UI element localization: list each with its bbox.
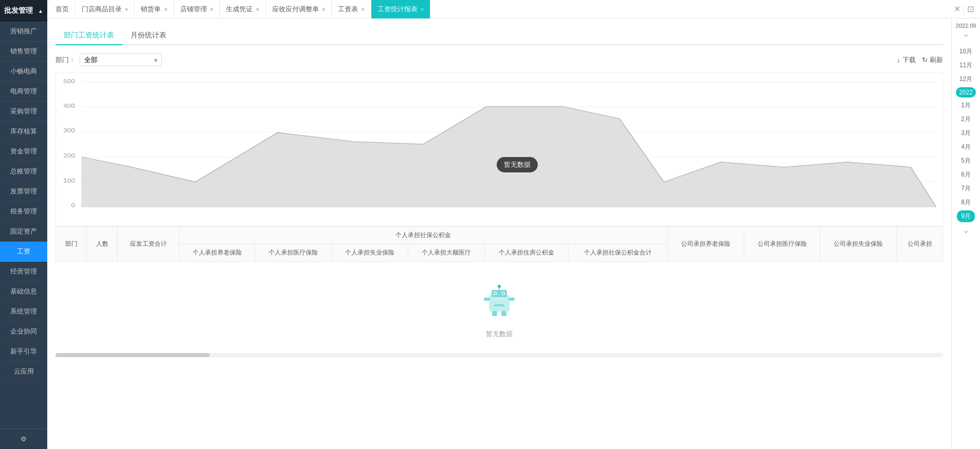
svg-rect-20 (484, 298, 490, 301)
col-headcount: 人数 (87, 227, 118, 262)
empty-icon (479, 282, 520, 323)
chart-container: 500 400 300 200 100 0 (55, 72, 943, 226)
refresh-label: 刷新 (930, 55, 943, 65)
dept-filter: 部门： 全部 (55, 53, 162, 66)
scroll-track[interactable] (55, 353, 943, 357)
tab-close-dianjuguanli[interactable]: × (210, 6, 213, 12)
timeline-year-2022[interactable]: 2022 (956, 87, 976, 97)
sidebar-item-xiaodian[interactable]: 小畅电商 (0, 62, 47, 82)
dept-select-wrap: 全部 (80, 53, 162, 66)
sidebar-title: 批发管理 (4, 6, 33, 15)
sub-tabs: 部门工资统计表 月份统计表 (55, 27, 943, 45)
svg-text:300: 300 (63, 127, 75, 133)
timeline-month-12[interactable]: 12月 (954, 72, 978, 86)
maximize-icon[interactable]: ⊡ (967, 4, 974, 14)
svg-text:200: 200 (63, 152, 75, 159)
divider (964, 4, 964, 14)
timeline-month-11[interactable]: 11月 (954, 58, 978, 72)
svg-rect-23 (501, 311, 506, 316)
page-content: 部门工资统计表 月份统计表 部门： 全部 ↓ 下载 (47, 18, 951, 449)
sidebar-item-fapiao[interactable]: 发票管理 (0, 182, 47, 202)
empty-text: 暂无数据 (486, 329, 513, 339)
tab-close-shengcheng[interactable]: × (256, 6, 259, 12)
timeline-down-nav[interactable]: ⌄ (963, 223, 969, 237)
tab-gongzibiao[interactable]: 工资表× (332, 0, 371, 18)
col-company-medical: 公司承担医疗保险 (744, 227, 820, 262)
sidebar-items: 营销推广销售管理小畅电商电商管理采购管理库存核算资金管理总账管理发票管理税务管理… (0, 22, 47, 382)
sidebar-item-xiaoshou[interactable]: 销售管理 (0, 42, 47, 62)
sidebar-item-gudingzichan[interactable]: 固定资产 (0, 222, 47, 242)
col-personal-major-medical: 个人承担大额医疗 (408, 244, 484, 262)
sidebar-collapse-icon: ▲ (38, 8, 43, 14)
col-company-unemploy: 公司承担失业保险 (820, 227, 897, 262)
timeline-month-8[interactable]: 8月 (954, 196, 978, 209)
dept-label: 部门： (55, 55, 76, 65)
timeline-month-1[interactable]: 1月 (954, 99, 978, 112)
tab-mendian[interactable]: 门店商品目录× (76, 0, 135, 18)
empty-robot-icon (479, 282, 520, 323)
timeline-month-10[interactable]: 10月 (954, 45, 978, 58)
tab-dianjuguanli[interactable]: 店铺管理× (174, 0, 220, 18)
tabs-container: 首页门店商品目录×销货单×店铺管理×生成凭证×应收应付调整单×工资表×工资统计报… (49, 0, 954, 18)
timeline-month-2[interactable]: 2月 (954, 112, 978, 126)
col-personal-housing: 个人承担住房公积金 (484, 244, 568, 262)
chart-svg: 500 400 300 200 100 0 (56, 73, 943, 226)
tab-month-stats[interactable]: 月份统计表 (122, 27, 175, 44)
main-area: 首页门店商品目录×销货单×店铺管理×生成凭证×应收应付调整单×工资表×工资统计报… (47, 0, 980, 449)
tab-home[interactable]: 首页 (49, 0, 76, 18)
sidebar-item-jichu[interactable]: 基础信息 (0, 282, 47, 302)
tab-dept-stats[interactable]: 部门工资统计表 (55, 27, 122, 45)
col-group-personal: 个人承担社保公积金 (179, 227, 667, 244)
sidebar-item-gongzi[interactable]: 工资 (0, 242, 47, 262)
col-company-other: 公司承担 (897, 227, 943, 262)
svg-text:100: 100 (63, 178, 75, 184)
sidebar-item-zhangzhang[interactable]: 总账管理 (0, 162, 47, 182)
tab-bar: 首页门店商品目录×销货单×店铺管理×生成凭证×应收应付调整单×工资表×工资统计报… (47, 0, 980, 18)
tab-yingshoufukuan[interactable]: 应收应付调整单× (266, 0, 332, 18)
sidebar-item-jingying[interactable]: 经营管理 (0, 262, 47, 282)
content-area: 部门工资统计表 月份统计表 部门： 全部 ↓ 下载 (47, 18, 980, 449)
timeline-year-header: 2022.09 (956, 21, 976, 31)
tab-close-mendian[interactable]: × (125, 6, 128, 12)
col-personal-total: 个人承担社保公积金合计 (569, 244, 668, 262)
sidebar-item-zijin[interactable]: 资金管理 (0, 142, 47, 162)
dept-select[interactable]: 全部 (80, 53, 162, 66)
sidebar-item-kucun[interactable]: 库存核算 (0, 122, 47, 142)
tab-bar-end: ✕ ⊡ (954, 4, 978, 14)
sidebar-item-shuiwu[interactable]: 税务管理 (0, 202, 47, 222)
refresh-button[interactable]: ↻ 刷新 (922, 55, 943, 65)
timeline-month-3[interactable]: 3月 (954, 126, 978, 140)
sidebar-item-dianshang[interactable]: 电商管理 (0, 82, 47, 102)
svg-rect-22 (492, 311, 497, 316)
timeline-month-4[interactable]: 4月 (954, 140, 978, 154)
timeline-month-7[interactable]: 7月 (954, 182, 978, 196)
col-company-pension: 公司承担养老保险 (667, 227, 744, 262)
timeline-up-nav[interactable]: ⌃ (963, 31, 969, 45)
table-container: 部门 人数 应发工资合计 个人承担社保公积金 公司承担养老保险 公司承担医疗保险… (55, 226, 943, 359)
timeline-month-6[interactable]: 6月 (954, 168, 978, 182)
sidebar-item-caigou[interactable]: 采购管理 (0, 102, 47, 122)
tab-shengcheng[interactable]: 生成凭证× (220, 0, 266, 18)
scroll-thumb[interactable] (55, 353, 210, 357)
tab-xiaoshoudan[interactable]: 销货单× (135, 0, 174, 18)
close-all-tabs-icon[interactable]: ✕ (954, 4, 960, 14)
tab-close-yingshoufukuan[interactable]: × (322, 6, 325, 12)
sidebar-item-xitong[interactable]: 系统管理 (0, 302, 47, 322)
tab-close-gongzibiao[interactable]: × (361, 6, 364, 12)
timeline-month-5[interactable]: 5月 (954, 154, 978, 168)
timeline-current-date: 2022.09 (956, 23, 976, 29)
tab-close-gongzitongji[interactable]: × (421, 6, 424, 12)
settings-button[interactable]: ⚙ (0, 428, 47, 449)
sidebar-item-qiye[interactable]: 企业协同 (0, 322, 47, 342)
tab-gongzitongji[interactable]: 工资统计报表× (371, 0, 430, 18)
sidebar-item-yun[interactable]: 云应用 (0, 362, 47, 382)
gear-icon: ⚙ (21, 435, 27, 443)
sidebar-item-yingxiao[interactable]: 营销推广 (0, 22, 47, 42)
tab-close-xiaoshoudan[interactable]: × (164, 6, 167, 12)
sidebar-header[interactable]: 批发管理 ▲ (0, 0, 47, 22)
download-button[interactable]: ↓ 下载 (897, 55, 916, 65)
data-table: 部门 人数 应发工资合计 个人承担社保公积金 公司承担养老保险 公司承担医疗保险… (55, 226, 943, 262)
timeline-month-active[interactable]: 9月 (957, 210, 975, 222)
sidebar-item-xinshou[interactable]: 新手引导 (0, 342, 47, 362)
col-dept: 部门 (56, 227, 87, 262)
